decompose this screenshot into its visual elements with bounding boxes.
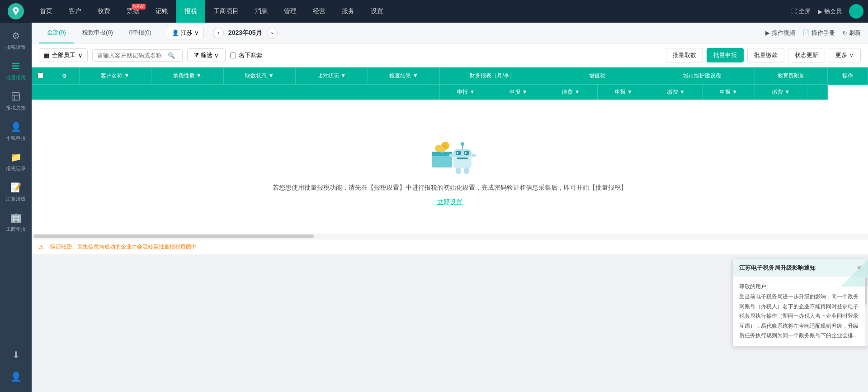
city-report-sub: 申报 ▼: [597, 85, 650, 100]
nav-customer[interactable]: 客户: [61, 0, 90, 23]
refresh-link[interactable]: ↻ 刷新: [842, 29, 861, 37]
check-result-header: 检查结果 ▼: [368, 67, 440, 85]
edu-tax-header: 教育费附加: [755, 67, 828, 85]
fullscreen-button[interactable]: ⛶ 全屏: [791, 7, 811, 15]
vat-report-sub: 申报 ▼: [492, 85, 545, 100]
account-checkbox[interactable]: [230, 53, 236, 58]
search-input[interactable]: [97, 52, 165, 59]
svg-rect-1: [12, 63, 20, 64]
svg-rect-18: [465, 152, 467, 154]
horizontal-scrollbar[interactable]: [32, 234, 868, 239]
personal-tax-icon: 👤: [9, 120, 22, 133]
svg-rect-4: [12, 93, 20, 100]
region-selector[interactable]: 👤 江苏 ∨: [167, 27, 204, 39]
sub-tabs-bar: 全部(0) 税款申报(0) 0申报(0) 👤 江苏 ∨ ‹ 2023年05月 ›…: [32, 23, 868, 43]
sidebar-item-personal-tax[interactable]: 👤 个税申报: [0, 116, 32, 146]
notification-scrollbar[interactable]: [865, 277, 867, 346]
status-update-button[interactable]: 状态更新: [788, 48, 825, 62]
sidebar-item-annual-report[interactable]: 🏢 工商年报: [0, 207, 32, 237]
financial-report-header: 财务报表（月/季）: [440, 67, 545, 85]
prev-month-button[interactable]: ‹: [213, 28, 224, 38]
nav-invoice[interactable]: 票据 NEW: [118, 0, 147, 23]
scroll-thumb[interactable]: [33, 234, 314, 238]
tax-record-icon: 📁: [9, 151, 22, 163]
batch-fetch-button[interactable]: 批量取数: [666, 48, 703, 62]
robot-illustration: ¥: [423, 127, 477, 181]
sidebar-item-profile[interactable]: 👤: [0, 366, 32, 387]
nav-operation[interactable]: 经营: [305, 0, 334, 23]
svg-rect-23: [472, 154, 476, 157]
annual-report-icon: 🏢: [9, 211, 22, 224]
batch-report-button[interactable]: 批量申报: [707, 48, 744, 62]
sidebar-item-batch-tax[interactable]: 批量报税: [0, 55, 32, 86]
data-table: ⚙ 客户名称 ▼ 纳税性质 ▼ 取数状态 ▼ 比对状态 ▼ 检查结果 ▼: [32, 67, 868, 239]
user-avatar[interactable]: [849, 4, 863, 19]
city-pay-sub: 缴费 ▼: [650, 85, 702, 100]
svg-point-0: [15, 9, 17, 11]
next-month-button[interactable]: ›: [267, 28, 278, 38]
fullscreen-icon: ⛶: [791, 8, 797, 15]
sidebar-item-download[interactable]: ⬇: [0, 344, 32, 366]
tab-tax-report[interactable]: 税款申报(0): [74, 23, 121, 43]
table-sub-header-row: 申报 ▼ 申报 ▼ 缴费 ▼ 申报 ▼ 缴费 ▼ 申报 ▼ 缴费 ▼: [32, 85, 868, 100]
warning-icon: ⚠: [39, 244, 44, 250]
account-checkbox-label[interactable]: 名下账套: [230, 51, 262, 59]
nav-settings[interactable]: 设置: [363, 0, 392, 23]
document-icon: 📄: [802, 29, 810, 36]
sidebar-item-tax-overview[interactable]: 报税总览: [0, 86, 32, 116]
sidebar-item-tax-settings[interactable]: ⚙ 报税设置: [0, 25, 32, 55]
sidebar-item-annual-settle[interactable]: 📝 汇算清缴: [0, 177, 32, 207]
table-header-row: ⚙ 客户名称 ▼ 纳税性质 ▼ 取数状态 ▼ 比对状态 ▼ 检查结果 ▼: [32, 67, 868, 85]
tab-all[interactable]: 全部(0): [39, 23, 74, 43]
app-logo[interactable]: [5, 0, 27, 23]
nav-message[interactable]: 消息: [247, 0, 276, 23]
top-nav-right: ⛶ 全屏 ▶ 畅会员: [791, 4, 863, 19]
financial-report-sub: 申报 ▼: [440, 85, 492, 100]
profile-icon: 👤: [9, 370, 22, 383]
edu-report-sub: 申报 ▼: [702, 85, 755, 100]
nav-tax[interactable]: 报税: [176, 0, 205, 23]
top-navigation: 首页 客户 收费 票据 NEW 记账 报税 工商项目 消息 管理 经营 服务 设…: [0, 0, 868, 23]
user-icon: 👤: [172, 29, 179, 36]
refresh-icon: ↻: [842, 29, 847, 36]
setup-link[interactable]: 立即设置: [437, 198, 462, 206]
table-icon: ▦: [44, 52, 49, 59]
manual-link[interactable]: 📄 操作手册: [802, 29, 835, 37]
batch-pay-button[interactable]: 批量缴款: [747, 48, 784, 62]
filter-button[interactable]: ⧩ 筛选 ∨: [187, 48, 226, 62]
sidebar-bottom: ⬇ 👤: [0, 344, 32, 392]
svg-rect-17: [457, 152, 458, 154]
play-icon: ▶: [765, 29, 770, 36]
new-badge: NEW: [132, 4, 146, 10]
fetch-status-header: 取数状态 ▼: [223, 67, 296, 85]
settings-column-header: ⚙: [50, 67, 79, 85]
sub-tabs-actions: ▶ 操作视频 📄 操作手册 ↻ 刷新: [765, 29, 861, 37]
member-button[interactable]: ▶ 畅会员: [818, 7, 842, 15]
more-button[interactable]: 更多 ∨: [829, 48, 861, 62]
customer-name-header: 客户名称 ▼: [79, 67, 151, 85]
checkbox-column-header: [32, 67, 50, 85]
nav-home[interactable]: 首页: [32, 0, 61, 23]
employee-selector[interactable]: ▦ 全部员工 ∨: [39, 48, 88, 62]
nav-billing[interactable]: 收费: [90, 0, 118, 23]
tab-zero-report[interactable]: 0申报(0): [121, 23, 160, 43]
tax-overview-icon: [9, 90, 22, 103]
search-icon: 🔍: [168, 52, 175, 59]
nav-accounting[interactable]: 记账: [147, 0, 176, 23]
svg-rect-19: [457, 158, 468, 159]
nav-manage[interactable]: 管理: [276, 0, 305, 23]
edu-pay-sub: 缴费 ▼: [755, 85, 807, 100]
sidebar-item-tax-record[interactable]: 📁 报税记录: [0, 146, 32, 177]
action-header: 操作: [828, 67, 868, 85]
filter-icon: ⧩: [194, 52, 199, 59]
nav-service[interactable]: 服务: [334, 0, 363, 23]
city-tax-header: 城市维护建设税: [650, 67, 755, 85]
svg-point-21: [461, 142, 464, 146]
select-all-checkbox[interactable]: [38, 72, 43, 78]
notification-scroll-thumb[interactable]: [865, 277, 867, 305]
video-tutorial-link[interactable]: ▶ 操作视频: [765, 29, 795, 37]
nav-business[interactable]: 工商项目: [205, 0, 247, 23]
batch-tax-icon: [9, 60, 22, 72]
svg-rect-24: [456, 167, 461, 174]
search-box[interactable]: 🔍: [92, 49, 183, 62]
